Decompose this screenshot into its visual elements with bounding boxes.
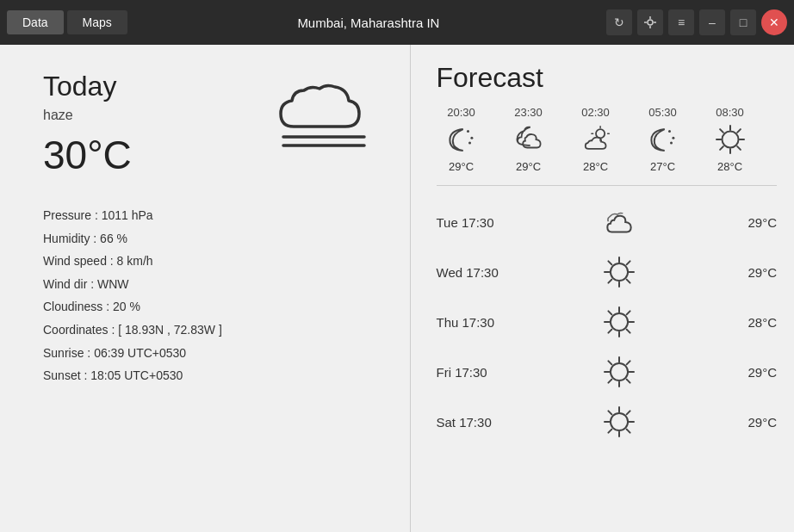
svg-point-7	[466, 130, 468, 133]
daily-day-label: Wed 17:30	[437, 265, 523, 280]
daily-temp: 29°C	[716, 415, 777, 430]
hourly-forecast-row: 20:30 29°C 23:30 29°C 02:30 28°C 05:30	[437, 106, 778, 186]
daily-temp: 29°C	[716, 265, 777, 280]
svg-line-32	[609, 261, 612, 264]
sunset-detail: Sunset : 18:05 UTC+0530	[43, 364, 384, 387]
svg-point-9	[468, 142, 471, 145]
daily-temp: 28°C	[716, 315, 777, 330]
svg-point-36	[611, 313, 628, 331]
svg-line-53	[609, 380, 612, 383]
daily-weather-icon	[602, 205, 636, 239]
hourly-temp: 28°C	[583, 160, 608, 173]
svg-line-52	[627, 361, 630, 364]
hourly-item: 20:30 29°C	[437, 106, 487, 173]
location-button[interactable]	[637, 9, 663, 35]
svg-line-43	[627, 311, 630, 314]
svg-line-34	[627, 261, 630, 264]
svg-point-17	[670, 142, 673, 145]
svg-line-42	[627, 330, 630, 333]
hourly-time: 05:30	[648, 106, 677, 119]
hourly-time: 20:30	[447, 106, 475, 119]
daily-forecast-item: Fri 17:30 29°C	[437, 351, 778, 393]
svg-line-44	[609, 330, 612, 333]
right-panel: Forecast 20:30 29°C 23:30 29°C 02:30 28°…	[411, 45, 795, 532]
daily-temp: 29°C	[716, 215, 777, 230]
daily-weather-icon	[602, 405, 636, 439]
hourly-temp: 28°C	[717, 160, 742, 173]
svg-point-8	[470, 137, 473, 139]
svg-line-33	[627, 280, 630, 283]
today-heading: Today	[43, 71, 132, 102]
coordinates-detail: Coordinates : [ 18.93N , 72.83W ]	[43, 319, 384, 342]
svg-line-62	[609, 430, 612, 433]
daily-weather-icon	[602, 255, 636, 289]
daily-temp: 29°C	[716, 365, 777, 380]
daily-forecast-list: Tue 17:30 29°C Wed 17:30 29°C Thu 17:30 …	[437, 201, 778, 442]
hourly-temp: 29°C	[516, 160, 541, 173]
svg-line-51	[627, 380, 630, 383]
today-temperature: 30°C	[43, 132, 132, 178]
refresh-button[interactable]: ↻	[606, 9, 632, 35]
hourly-weather-icon	[648, 124, 679, 155]
svg-line-23	[720, 129, 723, 133]
tab-maps[interactable]: Maps	[67, 10, 127, 34]
main-content: Today haze 30°C Pressure : 1011 hPa Humi…	[0, 45, 794, 532]
svg-point-27	[611, 263, 628, 281]
wind-dir-detail: Wind dir : WNW	[43, 273, 384, 296]
svg-line-60	[627, 430, 630, 433]
svg-point-45	[611, 363, 628, 380]
daily-day-label: Fri 17:30	[437, 365, 523, 380]
sunrise-detail: Sunrise : 06:39 UTC+0530	[43, 342, 384, 365]
hourly-weather-icon	[446, 124, 477, 155]
daily-forecast-item: Wed 17:30 29°C	[437, 251, 778, 293]
titlebar: Data Maps Mumbai, Maharashtra IN ↻ ≡ – □…	[0, 0, 794, 45]
daily-weather-icon	[602, 305, 636, 339]
svg-line-50	[609, 361, 612, 364]
svg-line-35	[609, 280, 612, 283]
today-condition: haze	[43, 108, 132, 123]
hourly-item: 08:30 28°C	[705, 106, 755, 173]
hourly-temp: 27°C	[650, 160, 675, 173]
minimize-button[interactable]: –	[699, 9, 725, 35]
daily-day-label: Sat 17:30	[437, 415, 523, 430]
svg-line-24	[737, 146, 741, 150]
window-title: Mumbai, Maharashtra IN	[131, 15, 606, 30]
maximize-button[interactable]: □	[730, 9, 756, 35]
hourly-time: 02:30	[581, 106, 610, 119]
humidity-detail: Humidity : 66 %	[43, 227, 384, 251]
svg-point-0	[648, 20, 653, 25]
wind-speed-detail: Wind speed : 8 km/h	[43, 250, 384, 273]
svg-point-18	[722, 131, 738, 147]
hourly-time: 08:30	[716, 106, 744, 119]
svg-line-59	[609, 411, 612, 414]
hourly-item: 02:30 28°C	[571, 106, 621, 173]
daily-weather-icon	[602, 355, 636, 389]
daily-day-label: Tue 17:30	[437, 215, 523, 230]
forecast-title: Forecast	[437, 62, 778, 94]
left-panel: Today haze 30°C Pressure : 1011 hPa Humi…	[0, 45, 411, 532]
daily-forecast-item: Sat 17:30 29°C	[437, 401, 778, 442]
hourly-weather-icon	[580, 124, 611, 155]
hourly-temp: 29°C	[449, 160, 474, 173]
today-header: Today haze 30°C	[43, 71, 384, 178]
hourly-item: 23:30 29°C	[504, 106, 554, 173]
daily-forecast-item: Thu 17:30 28°C	[437, 301, 778, 343]
close-button[interactable]: ✕	[761, 9, 787, 35]
weather-details: Pressure : 1011 hPa Humidity : 66 % Wind…	[43, 204, 384, 387]
today-info: Today haze 30°C	[43, 71, 132, 178]
tab-data[interactable]: Data	[7, 10, 64, 34]
menu-button[interactable]: ≡	[668, 9, 694, 35]
svg-point-15	[667, 130, 670, 133]
svg-point-16	[672, 137, 674, 139]
hourly-time: 23:30	[514, 106, 543, 119]
svg-line-25	[737, 129, 741, 133]
window-controls: ↻ ≡ – □ ✕	[606, 9, 787, 35]
haze-weather-icon	[264, 71, 384, 157]
hourly-weather-icon	[513, 124, 544, 155]
svg-line-61	[627, 411, 630, 414]
daily-day-label: Thu 17:30	[437, 315, 523, 330]
pressure-detail: Pressure : 1011 hPa	[43, 204, 384, 227]
svg-line-41	[609, 311, 612, 314]
svg-point-54	[611, 413, 628, 430]
daily-forecast-item: Tue 17:30 29°C	[437, 201, 778, 243]
